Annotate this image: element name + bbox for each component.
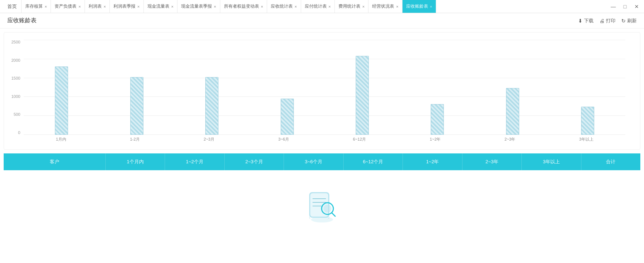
bar-6 [506, 88, 519, 135]
tab-ar-aging-label: 应收账龄表 [406, 3, 428, 9]
bar-5 [431, 104, 444, 135]
tab-operations-label: 经营状况表 [372, 3, 394, 9]
x-label-4: 6~12月 [353, 137, 366, 142]
tab-profit-quarterly-close[interactable]: × [137, 4, 139, 9]
tab-expense[interactable]: 费用统计表 × [335, 0, 368, 13]
page-header: 应收账龄表 ⬇ 下载 🖨 打印 ↻ 刷新 [0, 13, 644, 28]
th-3: 2~3个月 [225, 153, 284, 170]
tab-cashflow[interactable]: 现金流量表 × [144, 0, 177, 13]
bar-group-3 [281, 99, 294, 135]
window-controls: — □ ✕ [609, 2, 641, 11]
tab-equity[interactable]: 所有者权益变动表 × [220, 0, 267, 13]
chart-container: 2500 2000 1500 1000 500 0 [4, 32, 640, 150]
tab-profit-quarterly-label: 利润表季报 [113, 3, 135, 9]
bar-group-7 [581, 107, 594, 135]
page-actions: ⬇ 下载 🖨 打印 ↻ 刷新 [578, 18, 637, 24]
empty-illustration [300, 185, 344, 225]
refresh-icon: ↻ [621, 18, 626, 24]
chart-area: 2500 2000 1500 1000 500 0 [11, 40, 625, 142]
tab-balance-sheet-close[interactable]: × [78, 4, 80, 9]
chart-bars-wrapper: 1月内1-2月2~3月3~6月6~12月1~2年2~3年3年以上 [24, 40, 625, 142]
tab-cashflow-quarterly-label: 现金流量表季报 [181, 3, 212, 9]
th-6: 1~2年 [403, 153, 462, 170]
tab-profit-quarterly[interactable]: 利润表季报 × [110, 0, 143, 13]
y-label-0: 0 [18, 130, 20, 135]
bar-group-4 [356, 56, 369, 135]
bar-group-0 [55, 66, 68, 135]
tab-operations-close[interactable]: × [396, 4, 398, 9]
download-icon: ⬇ [578, 18, 583, 24]
tab-bar: 首页 库存核算 × 资产负债表 × 利润表 × 利润表季报 × 现金流量表 × … [0, 0, 644, 13]
tab-profit-label: 利润表 [89, 3, 102, 9]
print-icon: 🖨 [599, 18, 604, 24]
bar-group-2 [205, 77, 218, 135]
page-content: 应收账龄表 ⬇ 下载 🖨 打印 ↻ 刷新 2500 2000 1500 10 [0, 13, 644, 263]
tab-ar-aging[interactable]: 应收账龄表 × [402, 0, 436, 13]
bar-group-1 [130, 77, 143, 135]
download-label: 下载 [584, 18, 594, 24]
bar-3 [281, 99, 294, 135]
window-close-btn[interactable]: ✕ [632, 2, 641, 11]
y-label-1000: 1000 [11, 94, 20, 99]
th-7: 2~3年 [463, 153, 522, 170]
tab-ar-stat-close[interactable]: × [295, 4, 297, 9]
download-button[interactable]: ⬇ 下载 [578, 18, 594, 24]
bar-7 [581, 107, 594, 135]
bar-2 [205, 77, 218, 135]
tab-ar-stat-label: 应收统计表 [271, 3, 293, 9]
chart-y-axis: 2500 2000 1500 1000 500 0 [11, 40, 20, 142]
tab-operations[interactable]: 经营状况表 × [368, 0, 402, 13]
refresh-button[interactable]: ↻ 刷新 [621, 18, 637, 24]
tab-ap-stat-close[interactable]: × [329, 4, 331, 9]
tab-expense-close[interactable]: × [362, 4, 364, 9]
bar-4 [356, 56, 369, 135]
tab-ap-stat-label: 应付统计表 [305, 3, 327, 9]
tab-profit-close[interactable]: × [104, 4, 106, 9]
table-header: 客户1个月内1~2个月2~3个月3~6个月6~12个月1~2年2~3年3年以上合… [4, 153, 640, 170]
bar-1 [130, 77, 143, 135]
tab-cashflow-quarterly[interactable]: 现金流量表季报 × [177, 0, 220, 13]
x-label-1: 1-2月 [130, 137, 140, 142]
print-label: 打印 [606, 18, 615, 24]
tab-balance-sheet-label: 资产负债表 [55, 3, 76, 9]
print-button[interactable]: 🖨 打印 [599, 18, 615, 24]
tab-cashflow-label: 现金流量表 [147, 3, 169, 9]
tab-profit[interactable]: 利润表 × [85, 0, 110, 13]
chart-bars-row [24, 40, 625, 135]
page-title: 应收账龄表 [7, 17, 37, 24]
tab-ar-stat[interactable]: 应收统计表 × [267, 0, 301, 13]
x-label-5: 1~2年 [430, 137, 441, 142]
th-1: 1个月内 [106, 153, 165, 170]
x-label-3: 3~6月 [278, 137, 289, 142]
tab-ar-aging-close[interactable]: × [430, 4, 432, 9]
bar-group-5 [431, 104, 444, 135]
th-9: 合计 [581, 153, 640, 170]
tab-equity-label: 所有者权益变动表 [224, 3, 259, 9]
tab-inventory[interactable]: 库存核算 × [22, 0, 51, 13]
svg-line-8 [332, 213, 335, 216]
tab-home[interactable]: 首页 [3, 0, 22, 13]
th-0: 客户 [4, 153, 106, 170]
tab-home-label: 首页 [7, 3, 17, 10]
window-minimize-btn[interactable]: — [609, 2, 618, 11]
tab-expense-label: 费用统计表 [338, 3, 360, 9]
y-label-500: 500 [14, 112, 20, 117]
y-label-2500-top: 2500 [11, 40, 20, 44]
y-label-1500: 1500 [11, 76, 20, 80]
bar-group-6 [506, 88, 519, 135]
tab-ap-stat[interactable]: 应付统计表 × [301, 0, 335, 13]
x-label-2: 2~3月 [203, 137, 214, 142]
x-label-0: 1月内 [56, 137, 66, 142]
tab-balance-sheet[interactable]: 资产负债表 × [51, 0, 85, 13]
window-maximize-btn[interactable]: □ [621, 2, 629, 11]
empty-state [0, 170, 644, 240]
th-8: 3年以上 [522, 153, 581, 170]
tab-cashflow-quarterly-close[interactable]: × [214, 4, 216, 9]
svg-rect-2 [310, 193, 328, 217]
tab-inventory-close[interactable]: × [45, 4, 47, 9]
tab-cashflow-close[interactable]: × [171, 4, 173, 9]
x-axis-labels: 1月内1-2月2~3月3~6月6~12月1~2年2~3年3年以上 [24, 137, 625, 142]
tab-equity-close[interactable]: × [261, 4, 263, 9]
x-label-6: 2~3年 [505, 137, 516, 142]
y-label-2000: 2000 [11, 58, 20, 62]
